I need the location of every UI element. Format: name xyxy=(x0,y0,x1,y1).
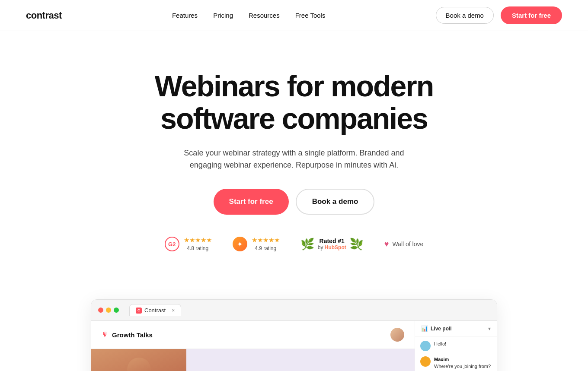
nav-features[interactable]: Features xyxy=(172,12,198,19)
g2-score-label: 4.8 rating xyxy=(187,245,208,251)
logo-text: contrast xyxy=(26,10,62,21)
live-poll-header: 📊 Live poll ▾ xyxy=(415,321,497,336)
growth-talks-icon: 🎙 xyxy=(102,331,109,339)
hubspot-rating: 🌿 Rated #1 by HubSpot 🌿 xyxy=(300,238,364,251)
nav-links: Features Pricing Resources Free Tools xyxy=(172,12,326,19)
nav-pricing[interactable]: Pricing xyxy=(213,12,233,19)
poll-results-area: POLL RESULTS Which marketing channel has… xyxy=(186,349,415,371)
webinar-main: 🎙 Growth Talks xyxy=(91,321,415,371)
logo[interactable]: contrast xyxy=(26,10,62,21)
close-dot[interactable] xyxy=(98,308,103,313)
capterra-score-label: 4.9 rating xyxy=(255,245,276,251)
heart-icon: ♥ xyxy=(384,240,389,249)
chat-bubble: Hello! xyxy=(434,341,446,347)
chat-messages: Hello! Maxim Where're you joining from? … xyxy=(415,336,497,371)
laurel-left-icon: 🌿 xyxy=(300,238,314,250)
nav-resources[interactable]: Resources xyxy=(249,12,280,19)
hero-start-free-button[interactable]: Start for free xyxy=(214,189,289,215)
avatar xyxy=(420,341,431,351)
speaker-avatar xyxy=(390,328,404,342)
tab-favicon: C xyxy=(136,308,142,314)
list-item: Maxim Where're you joining from? We're i… xyxy=(420,356,492,371)
capterra-rating: ✦ ★★★★★ 4.9 rating xyxy=(233,236,280,252)
hero-buttons: Start for free Book a demo xyxy=(17,189,571,215)
hero-section: Webinars for modern software companies S… xyxy=(0,31,588,299)
tab-close-button[interactable]: × xyxy=(172,308,175,314)
list-item: Hello! xyxy=(420,341,492,351)
nav-book-demo-button[interactable]: Book a demo xyxy=(436,7,494,24)
browser-window: C Contrast × 🎙 Growth Talks xyxy=(91,299,497,371)
ratings-section: G2 ★★★★★ 4.8 rating ✦ ★★★★★ 4.9 rating 🌿… xyxy=(17,236,571,252)
wall-of-love: ♥ Wall of love xyxy=(384,240,424,249)
hero-headline-line1: Webinars for modern xyxy=(155,70,434,102)
g2-rating: G2 ★★★★★ 4.8 rating xyxy=(165,236,212,252)
chat-panel: 📊 Live poll ▾ Hello! M xyxy=(415,321,497,371)
chat-bubble: Maxim Where're you joining from? We're i… xyxy=(434,356,492,371)
bar-chart-icon: 📊 xyxy=(421,325,428,332)
browser-tab[interactable]: C Contrast × xyxy=(129,304,181,316)
chat-text: Hello! xyxy=(434,341,446,346)
minimize-dot[interactable] xyxy=(106,308,111,313)
browser-content: 🎙 Growth Talks xyxy=(91,321,497,371)
browser-mockup: C Contrast × 🎙 Growth Talks xyxy=(82,299,506,371)
hero-subtext: Scale your webinar strategy with a singl… xyxy=(173,147,415,172)
speaker-video xyxy=(91,349,186,371)
hero-book-demo-button[interactable]: Book a demo xyxy=(296,189,375,215)
nav-right: Book a demo Start for free xyxy=(436,6,562,24)
g2-icon: G2 xyxy=(165,237,179,251)
laurel-right-icon: 🌿 xyxy=(350,238,364,250)
hero-headline-line2: software companies xyxy=(160,102,428,135)
rated-by: by HubSpot xyxy=(318,244,346,251)
webinar-title: Growth Talks xyxy=(112,331,153,339)
wall-of-love-label: Wall of love xyxy=(392,241,423,247)
capterra-stars: ★★★★★ xyxy=(252,236,280,244)
hubspot-logo-text: HubSpot xyxy=(325,244,346,251)
rated-num: Rated #1 xyxy=(318,238,346,244)
video-area: POLL RESULTS Which marketing channel has… xyxy=(91,349,415,371)
avatar xyxy=(420,356,431,367)
chat-text: Where're you joining from? We're in Pari… xyxy=(434,364,491,371)
tab-label: Contrast xyxy=(144,307,166,314)
maximize-dot[interactable] xyxy=(114,308,119,313)
live-poll-label: 📊 Live poll xyxy=(421,325,452,332)
nav-free-tools[interactable]: Free Tools xyxy=(295,12,326,19)
capterra-icon: ✦ xyxy=(233,237,247,251)
g2-stars: ★★★★★ xyxy=(184,236,212,244)
chat-sender: Maxim xyxy=(434,356,492,363)
nav-start-free-button[interactable]: Start for free xyxy=(501,6,562,24)
webinar-header: 🎙 Growth Talks xyxy=(91,321,415,349)
chevron-down-icon[interactable]: ▾ xyxy=(488,326,491,332)
navbar: contrast Features Pricing Resources Free… xyxy=(0,0,588,31)
browser-traffic-lights xyxy=(98,308,119,313)
browser-bar: C Contrast × xyxy=(91,300,497,321)
hero-headline: Webinars for modern software companies xyxy=(121,70,467,135)
